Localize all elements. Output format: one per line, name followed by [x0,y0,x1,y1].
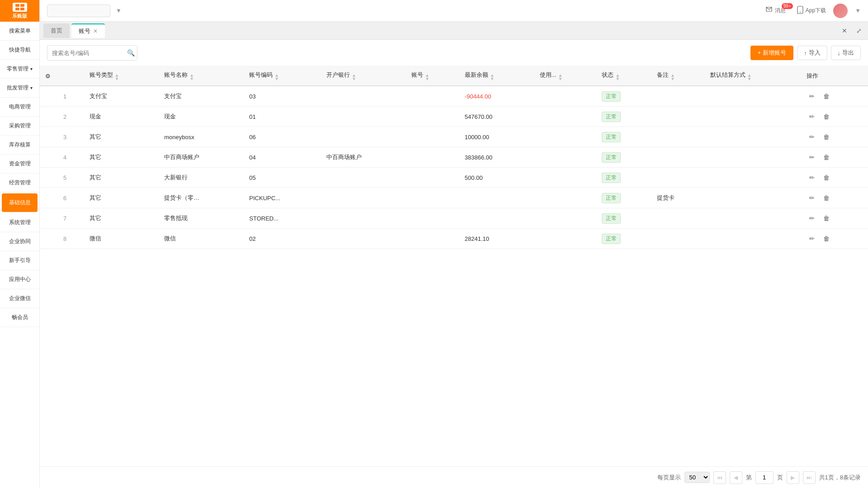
sidebar-item-4[interactable]: 电商管理 [0,98,39,117]
maximize-tab-icon[interactable]: ⤢ [854,25,864,36]
col-account[interactable]: 账号▲▼ [406,66,459,86]
row-default-settle-2 [705,127,802,147]
sidebar-item-15[interactable]: 畅会员 [0,308,39,327]
row-bank-0 [321,86,406,107]
edit-button-0[interactable]: ✏ [807,91,817,102]
edit-button-7[interactable]: ✏ [807,233,817,244]
next-page-button[interactable]: ▶ [787,471,799,484]
sidebar-item-3[interactable]: 批发管理 ▾ [0,79,39,98]
row-default-settle-4 [705,168,802,188]
sidebar-item-1[interactable]: 快捷导航 [0,41,39,60]
sidebar-item-6[interactable]: 库存核算 [0,136,39,155]
export-button[interactable]: ↓ 导出 [831,46,861,60]
row-settings-3 [40,147,58,168]
row-num-0: 1 [58,86,84,107]
delete-button-5[interactable]: 🗑 [821,192,832,203]
edit-button-3[interactable]: ✏ [807,152,817,163]
first-page-button[interactable]: ⏮ [713,471,726,484]
row-account-7 [406,229,459,249]
settings-icon[interactable]: ⚙ [45,73,51,80]
delete-button-4[interactable]: 🗑 [821,172,832,183]
last-page-button[interactable]: ⏭ [803,471,816,484]
logo-text: 乐账版 [12,13,27,19]
top-search-input[interactable] [47,5,110,17]
sidebar-item-8[interactable]: 经营管理 [0,174,39,192]
sidebar-item-5[interactable]: 采购管理 [0,117,39,136]
search-input[interactable] [47,47,124,59]
mobile-icon [797,6,804,15]
sidebar-item-14[interactable]: 企业微信 [0,289,39,308]
row-name-6: 零售抵现 [159,208,244,229]
app-download-button[interactable]: App下载 [797,6,826,15]
row-balance-6 [459,208,534,229]
add-account-button[interactable]: + 新增账号 [750,46,793,60]
row-bank-1 [321,107,406,127]
sidebar-item-2[interactable]: 零售管理 ▾ [0,60,39,79]
row-code-1: 01 [244,107,321,127]
col-settings: ⚙ [40,66,58,86]
row-code-5: PICKUPC... [244,188,321,208]
col-default-settle[interactable]: 默认结算方式▲▼ [705,66,802,86]
import-button[interactable]: ↑ 导入 [797,46,827,60]
page-size-select[interactable]: 50 20 100 [684,472,710,483]
delete-button-6[interactable]: 🗑 [821,213,832,224]
sidebar-item-10[interactable]: 系统管理 [0,213,39,232]
row-settings-5 [40,188,58,208]
sidebar-item-7[interactable]: 资金管理 [0,155,39,174]
row-num-3: 4 [58,147,84,168]
row-actions-5: ✏ 🗑 [801,188,868,208]
edit-button-2[interactable]: ✏ [807,131,817,142]
sidebar-item-0[interactable]: 搜索菜单 [0,22,39,41]
row-balance-3: 383866.00 [459,147,534,168]
message-badge: 99+ [782,3,793,9]
row-default-settle-0 [705,86,802,107]
delete-button-2[interactable]: 🗑 [821,131,832,142]
page-input[interactable] [755,471,774,484]
svg-rect-2 [15,8,19,10]
search-button[interactable]: 🔍 [124,46,137,60]
edit-button-4[interactable]: ✏ [807,172,817,183]
row-type-0: 支付宝 [84,86,159,107]
close-tab-icon[interactable]: ✕ [839,25,850,36]
tab-1[interactable]: 账号✕ [71,23,105,38]
edit-button-6[interactable]: ✏ [807,213,817,224]
row-num-5: 6 [58,188,84,208]
row-status-3: 正常 [596,147,651,168]
row-bank-7 [321,229,406,249]
table-row: 4 其它 中百商场账户 04 中百商场账户 383866.00 正常 ✏ 🗑 [40,147,868,168]
delete-button-1[interactable]: 🗑 [821,111,832,122]
dropdown-arrow-icon[interactable]: ▼ [116,7,122,14]
row-settings-4 [40,168,58,188]
message-button[interactable]: 消息 99+ [761,6,789,15]
import-icon: ↑ [804,50,807,56]
edit-button-1[interactable]: ✏ [807,111,817,122]
page-area: 🔍 + 新增账号 ↑ 导入 ↓ 导出 ⚙ [40,40,868,488]
sidebar-item-12[interactable]: 新手引导 [0,251,39,270]
col-use[interactable]: 使用...▲▼ [534,66,597,86]
row-actions-3: ✏ 🗑 [801,147,868,168]
page-size-label: 每页显示 [657,474,681,482]
col-name[interactable]: 账号名称▲▼ [159,66,244,86]
table-row: 7 其它 零售抵现 STORED... 正常 ✏ 🗑 [40,208,868,229]
row-name-7: 微信 [159,229,244,249]
user-dropdown-icon[interactable]: ▼ [855,7,861,14]
delete-button-7[interactable]: 🗑 [821,233,832,244]
tab-close-1[interactable]: ✕ [93,28,98,34]
row-note-5: 提货卡 [651,188,705,208]
sidebar-item-9[interactable]: 基础信息 [2,193,38,212]
pagination: 每页显示 50 20 100 ⏮ ◀ 第 页 ▶ ⏭ 共1页，8条记录 [40,466,868,488]
col-bank[interactable]: 开户银行▲▼ [321,66,406,86]
tab-0[interactable]: 首页 [43,23,70,38]
prev-page-button[interactable]: ◀ [730,471,742,484]
col-balance[interactable]: 最新余额▲▼ [459,66,534,86]
user-avatar[interactable] [833,4,848,18]
sidebar-item-13[interactable]: 应用中心 [0,270,39,289]
col-status[interactable]: 状态▲▼ [596,66,651,86]
delete-button-3[interactable]: 🗑 [821,152,832,163]
delete-button-0[interactable]: 🗑 [821,91,832,102]
col-code[interactable]: 账号编码▲▼ [244,66,321,86]
sidebar-item-11[interactable]: 企业协同 [0,232,39,251]
edit-button-5[interactable]: ✏ [807,192,817,203]
col-note[interactable]: 备注▲▼ [651,66,705,86]
col-type[interactable]: 账号类型▲▼ [84,66,159,86]
